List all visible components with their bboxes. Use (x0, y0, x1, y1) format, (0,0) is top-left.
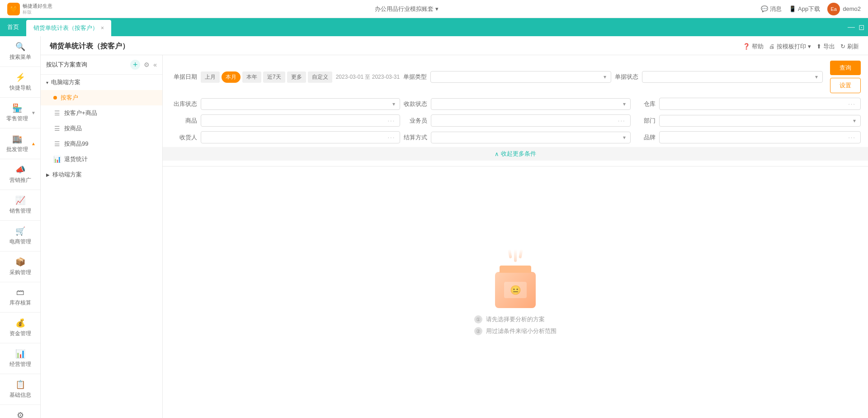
download-icon: 📱 (789, 5, 796, 12)
brand-select[interactable]: ··· (659, 131, 861, 143)
date-btn-custom[interactable]: 自定义 (308, 71, 332, 83)
dept-label: 部门 (631, 117, 656, 125)
receiver-select[interactable]: ··· (201, 131, 400, 143)
print-dropdown-icon: ▾ (808, 43, 811, 50)
nav-item-by-customer[interactable]: 按客户 (41, 90, 162, 105)
filter-paystatus-group: 收款状态 ▾ (400, 98, 630, 110)
settings-button[interactable]: 设置 (830, 78, 861, 93)
nav-item-icon: ☰ (53, 109, 61, 117)
tab-bar: 首页 销货单统计表（按客户） × — ⊡ (0, 18, 868, 36)
nav-settings-button[interactable]: ⚙ (144, 61, 150, 68)
tab-minimize-icon[interactable]: — (848, 23, 855, 31)
collapse-bar[interactable]: ∧ 收起更多条件 (163, 147, 868, 161)
nav-add-button[interactable]: + (130, 60, 140, 70)
sidebar-item-wholesale[interactable]: 🏬 批发管理 ▲ (0, 128, 40, 159)
print-icon: 🖨 (769, 43, 775, 50)
date-btn-7days[interactable]: 近7天 (263, 71, 285, 83)
brand-label: 品牌 (631, 133, 656, 142)
sidebar-item-system[interactable]: ⚙ 系统管理 (0, 405, 40, 418)
settle-chevron-icon: ▾ (623, 134, 626, 141)
date-btn-thismonth[interactable]: 本月 (222, 71, 241, 83)
receiver-dots-icon: ··· (387, 134, 395, 141)
sidebar-item-search[interactable]: 🔍 搜索菜单 (0, 36, 40, 67)
nav-item-icon3: ☰ (53, 140, 61, 147)
date-btn-more[interactable]: 更多 (287, 71, 306, 83)
brand-dots-icon: ··· (848, 134, 856, 141)
staff-label: 业务员 (400, 117, 427, 125)
export-button[interactable]: ⬆ 导出 (816, 43, 835, 51)
logo-icon: 🧡 (7, 3, 20, 15)
tab-home[interactable]: 首页 (0, 18, 26, 36)
doctype-select[interactable]: ▾ (430, 71, 611, 83)
message-button[interactable]: 💬 消息 (761, 5, 782, 13)
filter-row-4: 收货人 ··· 结算方式 (170, 131, 861, 143)
nav-group-mobile-header[interactable]: ▶ 移动端方案 (41, 167, 162, 182)
nav-collapse-button[interactable]: « (153, 61, 157, 68)
left-nav-panel: 按以下方案查询 + ⚙ « ▾ 电脑端方案 (41, 55, 163, 418)
nav-group-mobile: ▶ 移动端方案 (41, 167, 162, 182)
refresh-icon: ↻ (840, 43, 845, 50)
doctype-chevron-icon: ▾ (604, 74, 606, 80)
logo-area: 🧡 畅捷通好生意 标版 (7, 3, 52, 15)
nav-group-mobile-arrow-icon: ▶ (46, 172, 50, 177)
docstatus-select[interactable]: ▾ (642, 71, 823, 83)
nav-item-returns[interactable]: 📊 退货统计 (41, 152, 162, 167)
outstatus-select[interactable]: ▾ (201, 98, 400, 110)
filter-date-group: 单据日期 上月 本月 本年 近7天 更多 自定义 (170, 71, 400, 83)
goods-select[interactable]: ··· (201, 114, 400, 127)
ecommerce-icon: 🛒 (15, 226, 25, 236)
sidebar-item-base[interactable]: 📋 基础信息 (0, 374, 40, 405)
sidebar-item-operation[interactable]: 📊 经营管理 (0, 343, 40, 374)
date-btn-thisyear[interactable]: 本年 (242, 71, 261, 83)
purchase-icon: 📦 (15, 257, 25, 267)
help-button[interactable]: ❓ 帮助 (743, 43, 764, 51)
message-icon: 💬 (761, 5, 768, 12)
sidebar-item-inventory[interactable]: 🗃 库存核算 (0, 282, 40, 313)
date-btn-lastmonth[interactable]: 上月 (201, 71, 220, 83)
staff-dots-icon: ··· (618, 117, 626, 124)
filter-outstatus-group: 出库状态 ▾ (170, 98, 400, 110)
paystatus-select[interactable]: ▾ (431, 98, 630, 110)
tip-1-number: ① (474, 315, 482, 323)
sidebar-item-retail[interactable]: 🏪 零售管理 ▼ (0, 98, 40, 128)
sidebar-item-quicknav[interactable]: ⚡ 快捷导航 (0, 67, 40, 98)
app-download-button[interactable]: 📱 App下载 (789, 5, 820, 13)
refresh-button[interactable]: ↻ 刷新 (840, 43, 859, 51)
nav-item-icon4: 📊 (53, 156, 61, 163)
base-icon: 📋 (15, 380, 25, 390)
nav-group-desktop-header[interactable]: ▾ 电脑端方案 (41, 75, 162, 90)
query-button[interactable]: 查询 (830, 61, 861, 75)
industry-selector[interactable]: 办公用品行业模拟账套 ▾ (375, 5, 439, 13)
nav-item-by-goods[interactable]: ☰ 按商品 (41, 121, 162, 136)
filter-staff-group: 业务员 ··· (400, 114, 630, 127)
tab-close-icon[interactable]: × (101, 25, 104, 31)
dept-select[interactable]: ▾ (659, 115, 861, 127)
staff-select[interactable]: ··· (431, 114, 630, 127)
user-avatar[interactable]: Ea demo2 (827, 3, 861, 15)
print-button[interactable]: 🖨 按模板打印 ▾ (769, 43, 811, 51)
tab-sales-stats[interactable]: 销货单统计表（按客户） × (26, 20, 111, 36)
goods-dots-icon: ··· (387, 117, 395, 124)
date-label: 单据日期 (170, 73, 197, 81)
settle-select[interactable]: ▾ (431, 132, 630, 143)
sidebar-item-ecommerce[interactable]: 🛒 电商管理 (0, 221, 40, 252)
tab-maximize-icon[interactable]: ⊡ (859, 23, 864, 32)
sidebar-item-finance[interactable]: 💰 资金管理 (0, 313, 40, 343)
inventory-icon: 🗃 (16, 288, 24, 297)
settle-label: 结算方式 (400, 133, 427, 142)
wholesale-icon: 🏬 (12, 134, 22, 144)
nav-item-by-goods99[interactable]: ☰ 按商品99 (41, 136, 162, 152)
main-content: 销货单统计表（按客户） ❓ 帮助 🖨 按模板打印 ▾ ⬆ (41, 36, 868, 418)
sidebar-item-marketing[interactable]: 📣 营销推广 (0, 159, 40, 190)
filter-row-3: 商品 ··· 业务员 (170, 114, 861, 127)
sidebar-item-purchase[interactable]: 📦 采购管理 (0, 252, 40, 282)
retail-expand-icon: ▼ (31, 110, 36, 115)
wholesale-expand-icon: ▲ (31, 141, 36, 146)
nav-item-by-customer-goods[interactable]: ☰ 按客户+商品 (41, 105, 162, 121)
finance-icon: 💰 (15, 318, 25, 328)
warehouse-select[interactable]: ··· (659, 98, 861, 110)
empty-tip-2: ② 用过滤条件来缩小分析范围 (474, 327, 557, 335)
page-title: 销货单统计表（按客户） (50, 42, 129, 51)
paystatus-chevron-icon: ▾ (623, 101, 626, 107)
sidebar-item-sales[interactable]: 📈 销售管理 (0, 190, 40, 221)
